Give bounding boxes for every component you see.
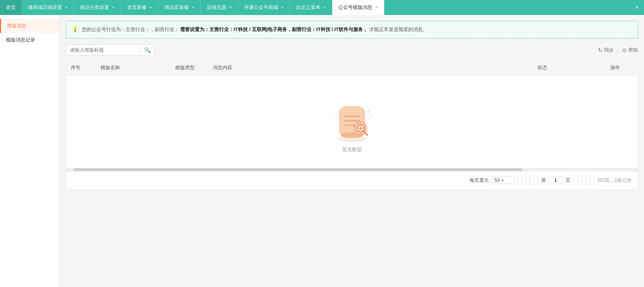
help-icon: ⊙ <box>622 47 627 53</box>
tab-label-productpage: 商品页装修 <box>164 4 189 11</box>
tab-bar: 首页微商城店铺设置×商品分类设置×首页装修×商品页装修×店铺主题×开通公众号商城… <box>0 0 644 15</box>
notice-prefix: 您的公众号行业为：主营行业：，副营行业： <box>82 27 179 32</box>
main-layout: 模版消息模版消息记录 💡 您的公众号行业为：主营行业：，副营行业： 需要设置为：… <box>0 15 644 287</box>
tab-close-custommenu[interactable]: × <box>323 5 326 10</box>
tab-category[interactable]: 商品分类设置× <box>74 0 121 15</box>
help-button[interactable]: ⊙ 帮助 <box>622 47 638 54</box>
page-number-input[interactable] <box>548 176 563 184</box>
search-icon: 🔍 <box>144 47 151 53</box>
svg-point-13 <box>335 117 337 119</box>
total-info: 共0页，0条记录 <box>597 177 632 184</box>
scrollbar-thumb[interactable] <box>74 168 522 171</box>
close-all-button[interactable]: × <box>630 4 644 11</box>
search-bar: 🔍 ↻ 同步 | ⊙ 帮助 <box>66 45 638 56</box>
tab-close-weshop[interactable]: × <box>65 5 68 10</box>
empty-text: 暂无数据 <box>342 146 362 153</box>
notice-highlight: 需要设置为：主营行业：IT科技 / 互联网|电子商务，副营行业：IT科技 / I… <box>180 27 368 32</box>
first-page-icon: ⟨ <box>521 177 523 183</box>
divider: | <box>617 47 619 53</box>
tab-custommenu[interactable]: 自定义菜单× <box>290 0 332 15</box>
col-name: 模版名称 <box>96 61 171 75</box>
tab-label-templatemsg: 公众号模版消息 <box>338 4 372 11</box>
tab-templatemsg[interactable]: 公众号模版消息× <box>332 0 384 15</box>
pagination: 每页显示 50 ∨ ⟨ ‹ 第 页 › <box>66 171 638 189</box>
last-page-button[interactable]: ⟩ <box>585 176 594 185</box>
tab-close-category[interactable]: × <box>112 5 115 10</box>
tab-label-custommenu: 自定义菜单 <box>296 4 320 11</box>
page-size-label: 每页显示 <box>469 177 489 184</box>
col-status: 状态 <box>533 61 593 75</box>
svg-point-12 <box>370 116 372 117</box>
sidebar-item-template-record[interactable]: 模版消息记录 <box>0 33 59 47</box>
content-area: 💡 您的公众号行业为：主营行业：，副营行业： 需要设置为：主营行业：IT科技 /… <box>60 15 644 287</box>
table-header: 序号 模版名称 模版类型 消息内容 状态 操作 <box>66 61 638 75</box>
first-page-button[interactable]: ⟨ <box>517 176 526 185</box>
notice-icon: 💡 <box>72 27 78 32</box>
help-label: 帮助 <box>628 47 638 54</box>
notice-box: 💡 您的公众号行业为：主营行业：，副营行业： 需要设置为：主营行业：IT科技 /… <box>66 21 638 39</box>
tab-label-home: 首页 <box>6 4 16 11</box>
tab-close-homepage[interactable]: × <box>150 5 152 10</box>
page-size-value: 50 <box>494 177 500 183</box>
prev-page-button[interactable]: ‹ <box>529 176 538 185</box>
tab-productpage[interactable]: 商品页装修× <box>158 0 201 15</box>
prev-page-icon: ‹ <box>533 177 534 183</box>
notice-suffix: 才能正常发送预置的消息。 <box>369 27 428 32</box>
tab-close-productpage[interactable]: × <box>192 5 194 10</box>
sidebar-item-template-msg[interactable]: 模版消息 <box>0 19 59 33</box>
tab-label-openstore: 开通公众号商城 <box>244 4 278 11</box>
tab-close-theme[interactable]: × <box>229 5 232 10</box>
col-type: 模版类型 <box>171 61 208 75</box>
horizontal-scrollbar[interactable] <box>66 168 638 171</box>
tab-theme[interactable]: 店铺主题× <box>201 0 238 15</box>
next-page-button[interactable]: › <box>573 176 582 185</box>
tab-label-weshop: 微商城店铺设置 <box>28 4 62 11</box>
col-action: 操作 <box>593 61 638 75</box>
tab-label-theme: 店铺主题 <box>207 4 226 11</box>
data-table: 序号 模版名称 模版类型 消息内容 状态 操作 <box>66 60 638 190</box>
scrollbar-track <box>66 168 638 171</box>
tab-home[interactable]: 首页 <box>0 0 22 15</box>
search-input[interactable] <box>66 45 141 55</box>
sidebar: 模版消息模版消息记录 <box>0 15 60 287</box>
last-page-icon: ⟩ <box>589 177 591 183</box>
tab-homepage[interactable]: 首页装修× <box>121 0 158 15</box>
sync-label: 同步 <box>604 47 614 54</box>
chevron-down-icon: ∨ <box>501 178 504 182</box>
sync-button[interactable]: ↻ 同步 <box>598 47 614 54</box>
col-content: 消息内容 <box>208 61 533 75</box>
search-button[interactable]: 🔍 <box>141 45 155 56</box>
tab-close-openstore[interactable]: × <box>281 5 284 10</box>
svg-point-11 <box>367 111 369 113</box>
page-size-select[interactable]: 50 ∨ <box>492 176 514 184</box>
search-right-actions: ↻ 同步 | ⊙ 帮助 <box>598 47 638 54</box>
empty-state: 暂无数据 <box>66 75 638 168</box>
empty-illustration <box>328 98 376 146</box>
tab-label-category: 商品分类设置 <box>80 4 109 11</box>
tab-openstore[interactable]: 开通公众号商城× <box>238 0 290 15</box>
next-page-icon: › <box>577 177 578 183</box>
page-label-suf: 页 <box>566 177 570 184</box>
tab-weshop[interactable]: 微商城店铺设置× <box>22 0 74 15</box>
col-seq: 序号 <box>66 61 96 75</box>
tab-close-templatemsg[interactable]: × <box>375 5 378 10</box>
page-label-pre: 第 <box>541 177 546 184</box>
sync-icon: ↻ <box>598 47 603 53</box>
page-input-wrap: 第 页 <box>541 176 570 184</box>
tab-label-homepage: 首页装修 <box>127 4 147 11</box>
svg-point-1 <box>341 106 363 112</box>
